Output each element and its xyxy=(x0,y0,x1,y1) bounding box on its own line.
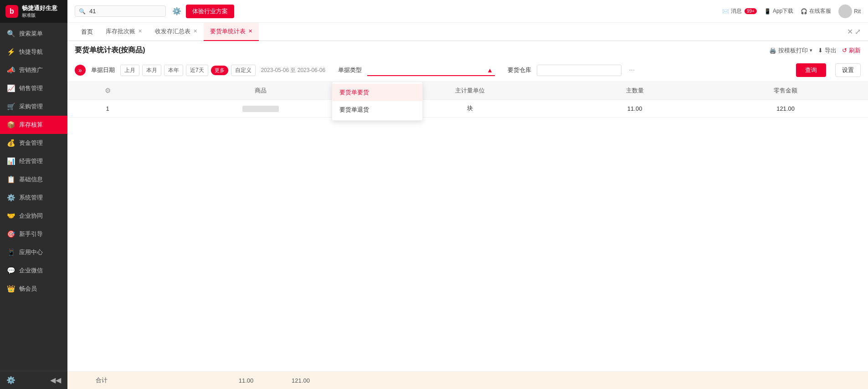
table-area: ⚙ 商品 主计量单位 主数量 零售金额 1 块 11.00 121.00 xyxy=(67,82,868,371)
refresh-btn[interactable]: ↺ 刷新 xyxy=(842,46,861,55)
sidebar-item-marketing[interactable]: 📣 营销推广 xyxy=(0,61,67,79)
apps-icon: 📱 xyxy=(6,248,15,257)
online-service-btn[interactable]: 🎧 在线客服 xyxy=(801,7,831,15)
search-box[interactable]: 🔍 41 xyxy=(75,5,166,17)
marketing-icon: 📣 xyxy=(6,66,15,75)
page-title-row: 要货单统计表(按商品) 🖨️ 按模板打印 ▾ ⬇ 导出 ↺ 刷新 xyxy=(67,41,868,59)
export-icon: ⬇ xyxy=(818,47,823,54)
sidebar-item-purchase[interactable]: 🛒 采购管理 xyxy=(0,97,67,116)
tab-batch-close[interactable]: ✕ xyxy=(138,28,142,34)
sidebar-item-corp[interactable]: 🤝 企业协同 xyxy=(0,207,67,225)
expand-icon: » xyxy=(78,67,82,74)
warehouse-label: 要货仓库 xyxy=(508,66,531,74)
service-icon: 🎧 xyxy=(801,8,807,15)
date-range-display: 2023-05-06 至 2023-06-06 xyxy=(261,67,325,74)
col-qty: 主数量 xyxy=(566,82,703,100)
sidebar-item-finance[interactable]: 💰 资金管理 xyxy=(0,134,67,152)
sidebar-item-inventory[interactable]: 📦 库存核算 xyxy=(0,116,67,134)
sidebar-item-label: 基础信息 xyxy=(19,175,43,184)
type-chevron-icon[interactable]: ▲ xyxy=(487,67,493,74)
tab-order-stat-label: 要货单统计表 xyxy=(210,27,246,36)
member-icon: 👑 xyxy=(6,284,15,293)
user-profile-btn[interactable]: Rit xyxy=(838,5,861,18)
guide-icon: 🎯 xyxy=(6,230,15,239)
print-btn[interactable]: 🖨️ 按模板打印 ▾ xyxy=(769,46,812,55)
tab-summary-close[interactable]: ✕ xyxy=(193,28,197,34)
row-qty: 11.00 xyxy=(566,100,703,118)
warehouse-input[interactable] xyxy=(537,65,621,76)
date-recent-btn[interactable]: 近7天 xyxy=(186,65,208,76)
sidebar-item-label: 采购管理 xyxy=(19,102,43,111)
industry-btn[interactable]: 体验行业方案 xyxy=(186,5,234,18)
tabs-actions: ✕ ⤢ xyxy=(847,27,861,36)
messages-btn[interactable]: ✉️ 消息 99+ xyxy=(722,7,757,15)
sidebar-item-guide[interactable]: 🎯 新手引导 xyxy=(0,225,67,243)
sales-icon: 📈 xyxy=(6,84,15,93)
expand-tabs-btn[interactable]: ⤢ xyxy=(855,27,861,36)
sidebar-item-quick-nav[interactable]: ⚡ 快捷导航 xyxy=(0,43,67,61)
export-btn[interactable]: ⬇ 导出 xyxy=(818,46,837,55)
corp-icon: 🤝 xyxy=(6,211,15,220)
type-label: 单据类型 xyxy=(338,66,362,74)
sidebar-nav: 🔍 搜索菜单 ⚡ 快捷导航 📣 营销推广 📈 销售管理 🛒 采购管理 📦 库存核… xyxy=(0,23,67,371)
app-logo: b 畅捷通好生意 标准版 xyxy=(0,0,67,23)
topbar-right: ✉️ 消息 99+ 📱 App下载 🎧 在线客服 Rit xyxy=(722,5,861,18)
type-input-wrap: ▲ xyxy=(367,65,495,76)
sidebar-item-apps[interactable]: 📱 应用中心 xyxy=(0,243,67,261)
date-custom-btn[interactable]: 自定义 xyxy=(231,65,256,76)
quick-nav-icon: ⚡ xyxy=(6,47,15,56)
collapse-icon[interactable]: ◀◀ xyxy=(50,376,61,384)
topbar-gear-icon[interactable]: ⚙️ xyxy=(172,7,181,15)
sidebar-item-operation[interactable]: 📊 经营管理 xyxy=(0,152,67,170)
query-btn[interactable]: 查询 xyxy=(796,63,826,77)
sidebar-item-member[interactable]: 👑 畅会员 xyxy=(0,280,67,298)
tabs-bar: 首页 库存批次账 ✕ 收发存汇总表 ✕ 要货单统计表 ✕ ✕ ⤢ xyxy=(67,23,868,41)
export-label: 导出 xyxy=(825,46,837,55)
tab-batch-label: 库存批次账 xyxy=(106,27,135,36)
sidebar-item-label: 搜索菜单 xyxy=(19,30,43,38)
date-year-btn[interactable]: 本年 xyxy=(164,65,183,76)
sidebar-item-sales[interactable]: 📈 销售管理 xyxy=(0,79,67,97)
col-settings[interactable]: ⚙ xyxy=(67,82,148,100)
page-title-actions: 🖨️ 按模板打印 ▾ ⬇ 导出 ↺ 刷新 xyxy=(769,46,861,55)
topbar: 🔍 41 ⚙️ 体验行业方案 ✉️ 消息 99+ 📱 App下载 🎧 在线客服 xyxy=(67,0,868,23)
user-avatar xyxy=(838,5,852,18)
sidebar-item-wechat[interactable]: 💬 企业微信 xyxy=(0,261,67,280)
sidebar-item-label: 新手引导 xyxy=(19,230,43,238)
message-icon: ✉️ xyxy=(722,8,729,15)
sidebar-item-search[interactable]: 🔍 搜索菜单 xyxy=(0,25,67,43)
type-dropdown: 要货单要货 要货单退货 xyxy=(332,82,423,121)
sidebar-item-basic[interactable]: 📋 基础信息 xyxy=(0,170,67,189)
app-download-btn[interactable]: 📱 App下载 xyxy=(764,7,793,15)
dropdown-item-order[interactable]: 要货单要货 xyxy=(332,84,422,101)
tab-batch[interactable]: 库存批次账 ✕ xyxy=(99,23,149,41)
operation-icon: 📊 xyxy=(6,157,15,166)
date-cur-btn[interactable]: 本月 xyxy=(142,65,161,76)
date-prev-btn[interactable]: 上月 xyxy=(120,65,139,76)
finance-icon: 💰 xyxy=(6,138,15,148)
date-more-btn[interactable]: 更多 xyxy=(211,66,228,75)
filter-more-icon[interactable]: ··· xyxy=(629,66,635,74)
tab-summary[interactable]: 收发存汇总表 ✕ xyxy=(149,23,204,41)
tab-order-stat[interactable]: 要货单统计表 ✕ xyxy=(204,23,259,41)
topbar-num: 41 xyxy=(89,8,96,15)
settings-btn[interactable]: 设置 xyxy=(835,63,861,77)
settings-icon[interactable]: ⚙️ xyxy=(6,376,15,384)
print-chevron: ▾ xyxy=(810,47,812,53)
dropdown-item-return[interactable]: 要货单退货 xyxy=(332,101,422,118)
col-amount: 零售金额 xyxy=(703,82,868,100)
refresh-icon: ↺ xyxy=(842,47,847,54)
sidebar-item-system[interactable]: ⚙️ 系统管理 xyxy=(0,189,67,207)
table-gear-icon[interactable]: ⚙ xyxy=(105,87,111,94)
product-placeholder xyxy=(242,106,279,112)
search-icon: 🔍 xyxy=(6,29,15,38)
filter-expand-btn[interactable]: » xyxy=(75,65,86,76)
sidebar-item-label: 企业协同 xyxy=(19,212,43,220)
type-input[interactable] xyxy=(367,65,495,76)
inventory-icon: 📦 xyxy=(6,120,15,129)
close-all-tabs-btn[interactable]: ✕ xyxy=(847,27,853,36)
tab-home[interactable]: 首页 xyxy=(75,23,99,41)
tab-order-stat-close[interactable]: ✕ xyxy=(248,28,252,34)
phone-icon: 📱 xyxy=(764,8,771,15)
sidebar: b 畅捷通好生意 标准版 🔍 搜索菜单 ⚡ 快捷导航 📣 营销推广 📈 销售管理… xyxy=(0,0,67,389)
